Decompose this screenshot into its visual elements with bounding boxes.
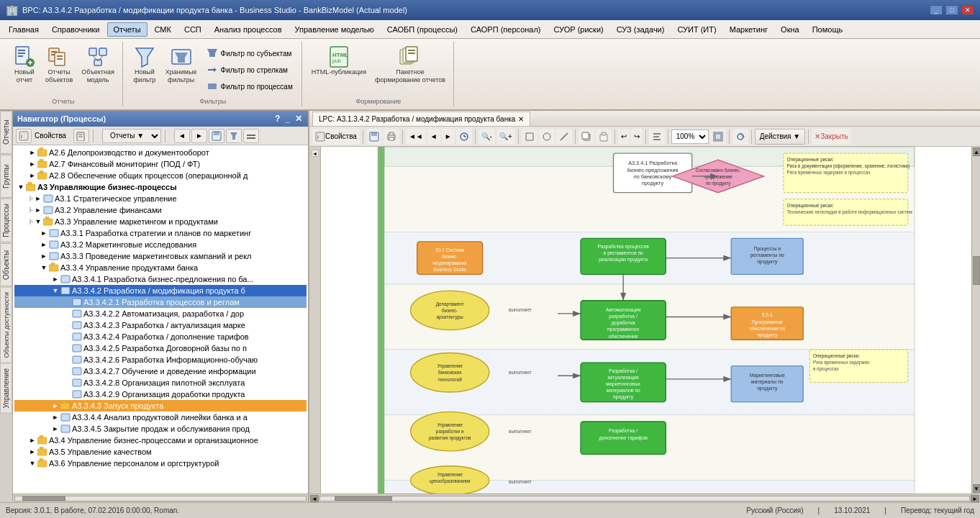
diag-nav-3[interactable]: ►	[442, 129, 455, 145]
menu-pomosh[interactable]: Помощь	[807, 23, 849, 36]
filter-processes-button[interactable]: Фильтр по процессам	[204, 79, 296, 94]
menu-smk[interactable]: СМК	[149, 23, 177, 36]
tree-item-a36[interactable]: ▼ A3.6 Управление персоналом и оргструкт…	[14, 458, 307, 469]
tree-item-a31[interactable]: ► A3.1 Стратегическое управление	[14, 193, 307, 204]
expand-a36[interactable]: ▼	[27, 458, 37, 468]
close-button[interactable]: ✕	[961, 5, 974, 15]
tree-item-a33427[interactable]: A3.3.4.2.7 Обучение и доведение информац…	[14, 365, 307, 377]
expand-a33421[interactable]	[62, 297, 72, 307]
tree-item-a3343[interactable]: ► A3.3.4.3 Запуск продукта	[14, 400, 307, 412]
diag-nav-4[interactable]	[456, 129, 472, 145]
diag-paste-button[interactable]	[596, 129, 612, 145]
diag-nav-1[interactable]: ◄◄	[406, 129, 426, 145]
diag-zoom-out-button[interactable]: 🔍-	[478, 129, 495, 145]
tree-item-a33426[interactable]: A3.3.4.2.6 Разработка Информационно-обуч…	[14, 354, 307, 365]
diag-close-button[interactable]: ✕ Закрыть	[812, 129, 851, 145]
nav-tab-gruppy[interactable]: Группы	[0, 155, 12, 198]
menu-suz[interactable]: СУЗ (задачи)	[611, 23, 671, 36]
objects-report-button[interactable]: Отчетыобъектов	[43, 43, 75, 86]
diagram-canvas[interactable]: A3.3.4.1 Разработка бизнес-предложения п…	[321, 147, 971, 494]
tree-item-a333[interactable]: ► A3.3.3 Проведение маркетинговых кампан…	[14, 250, 307, 262]
expand-a32[interactable]: ►	[33, 205, 43, 215]
tree-item-a33423[interactable]: A3.3.4.2.3 Разработка / актуализация мар…	[14, 319, 307, 331]
menu-marketing[interactable]: Маркетинг	[724, 23, 773, 36]
menu-upravlenie[interactable]: Управление моделью	[289, 23, 380, 36]
menu-saorp[interactable]: САОРП (персонал)	[465, 23, 547, 36]
diag-fit-button[interactable]	[710, 129, 726, 145]
diag-undo-button[interactable]: ↩	[618, 129, 630, 145]
tree-item-a3342[interactable]: ▼ A3.3.4.2 Разработка / модификация прод…	[14, 285, 307, 296]
nav-minimize-button[interactable]: _	[283, 114, 291, 124]
expand-a3345[interactable]: ►	[50, 424, 60, 434]
diagram-vscrollbar[interactable]: ▲ ▼	[971, 147, 980, 494]
maximize-button[interactable]: □	[945, 5, 958, 15]
scroll-indicator[interactable]: ◄	[312, 150, 319, 157]
menu-analiz[interactable]: Анализ процессов	[209, 23, 288, 36]
expand-a35[interactable]: ►	[27, 447, 37, 457]
nav-hscrollbar[interactable]	[13, 494, 308, 502]
tree-item-a34[interactable]: ► A3.4 Управление бизнес-процессами и ор…	[14, 435, 307, 446]
tree-item-a27[interactable]: ► A2.7 Финансовый мониторинг (ПОД / ФТ)	[14, 158, 307, 170]
object-model-button[interactable]: Объектнаямодель	[79, 43, 117, 86]
expand-a332[interactable]: ►	[39, 240, 49, 250]
expand-a333[interactable]: ►	[39, 251, 49, 261]
diag-properties-button[interactable]: i Свойства	[312, 129, 360, 145]
expand-a3[interactable]: ▼	[16, 182, 26, 192]
menu-ssp[interactable]: ССП	[178, 23, 207, 36]
batch-reports-button[interactable]: Пакетноеформирование отчетов	[373, 43, 448, 86]
diag-print-button[interactable]	[384, 129, 399, 145]
stored-filters-button[interactable]: Хранимыефильтры	[163, 43, 199, 86]
tree-item-a3344[interactable]: ► A3.3.4.4 Анализ продуктовой линейки ба…	[14, 412, 307, 423]
tree-item-a33425[interactable]: A3.3.4.2.5 Разработка Договорной базы по…	[14, 342, 307, 354]
menu-spravochniki[interactable]: Справочники	[46, 23, 106, 36]
nav-save-button[interactable]	[209, 129, 224, 143]
tree-item-a332[interactable]: ► A3.3.2 Маркетинговые исследования	[14, 239, 307, 250]
zoom-select[interactable]: 100%	[671, 130, 709, 144]
diag-actions-button[interactable]: Действия ▼	[755, 129, 806, 145]
expand-a3341[interactable]: ►	[50, 274, 60, 284]
diagram-tab-close[interactable]: ✕	[518, 115, 524, 123]
nav-close-button[interactable]: ✕	[294, 114, 304, 124]
filter-subjects-button[interactable]: Фильтр по субъектам	[204, 46, 296, 60]
html-publish-button[interactable]: HTMLpub HTML-публикация	[309, 43, 368, 78]
tree-item-a334[interactable]: ▼ A3.3.4 Управление продуктами банка	[14, 262, 307, 273]
expand-a33[interactable]: ▼	[33, 217, 43, 227]
diag-align-button[interactable]	[649, 129, 665, 145]
new-filter-button[interactable]: Новыйфильтр	[130, 43, 159, 86]
diag-tool-2[interactable]	[539, 129, 555, 145]
diag-tool-3[interactable]	[556, 129, 572, 145]
nav-tab-dostupnost[interactable]: Объекты доступности	[0, 287, 12, 363]
filter-arrows-button[interactable]: Фильтр по стрелкам	[204, 63, 296, 77]
nav-reports-dropdown[interactable]: Отчеты ▼	[102, 129, 161, 143]
nav-tab-obekty[interactable]: Объекты	[0, 243, 12, 286]
expand-a334[interactable]: ▼	[39, 263, 49, 273]
tree-item-a28[interactable]: ► A2.8 Обеспечение общих процессов (опер…	[14, 170, 307, 181]
diag-redo-button[interactable]: ↪	[631, 129, 643, 145]
diagram-hscrollbar[interactable]: ◄ ►	[309, 494, 980, 502]
expand-a34[interactable]: ►	[27, 435, 37, 445]
tree-item-a3[interactable]: ▼ A3 Управляющие бизнес-процессы	[14, 181, 307, 193]
menu-saobp[interactable]: САОБП (процессы)	[381, 23, 463, 36]
tree-item-a33421[interactable]: A3.3.4.2.1 Разработка процессов и реглам	[14, 296, 307, 308]
nav-more-button[interactable]	[243, 129, 259, 143]
expand-a31[interactable]: ►	[33, 194, 43, 204]
nav-back-button[interactable]: ◄	[174, 129, 190, 143]
tree-item-a32[interactable]: ► A3.2 Управление финансами	[14, 204, 307, 216]
expand-a3344[interactable]: ►	[50, 412, 60, 422]
nav-tab-upravlenie[interactable]: Управление	[0, 363, 12, 414]
diagram-tab[interactable]: LPC: А3.1.3.4.2 Разработка / модификация…	[312, 112, 530, 126]
diag-nav-2[interactable]: ◄	[427, 129, 440, 145]
nav-filter-button[interactable]	[226, 129, 242, 143]
menu-suor[interactable]: СУОР (риски)	[548, 23, 609, 36]
tree-item-a3341[interactable]: ► A3.3.4.1 Разработка бизнес-предложения…	[14, 273, 307, 285]
menu-otchety[interactable]: Отчеты	[107, 22, 148, 37]
tree-item-a33428[interactable]: A3.3.4.2.8 Организация пилотной эксплуат…	[14, 377, 307, 388]
diag-save-button[interactable]	[366, 129, 382, 145]
expand-a3343[interactable]: ►	[50, 401, 60, 411]
menu-glavnaya[interactable]: Главная	[3, 23, 45, 36]
diag-tool-1[interactable]	[522, 129, 537, 145]
expand-a26[interactable]: ►	[27, 147, 37, 158]
nav-fwd-button[interactable]: ►	[191, 129, 207, 143]
expand-a331[interactable]: ►	[39, 228, 49, 238]
expand-a3342[interactable]: ▼	[50, 286, 60, 296]
